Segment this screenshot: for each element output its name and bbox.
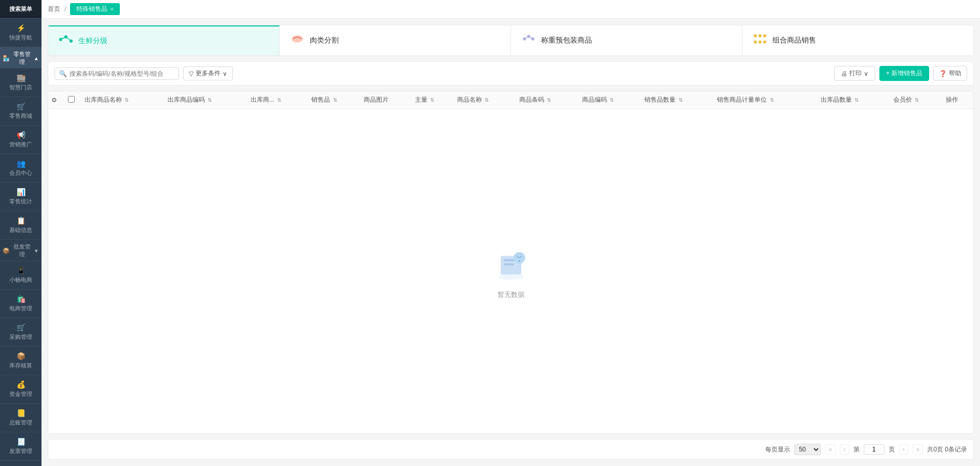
sidebar-label-invoice: 发票管理 — [9, 447, 32, 455]
empty-state: 暂无数据 — [48, 109, 973, 433]
sidebar-item-wholesale-mgmt[interactable]: 📦 批发管理 ▼ — [0, 240, 42, 261]
sidebar-label-inventory: 库存核算 — [9, 362, 32, 369]
sidebar-item-ecommerce[interactable]: 🛍️ 电商管理 — [0, 290, 42, 318]
last-page-button[interactable]: » — [913, 444, 923, 455]
sidebar-item-basic-info[interactable]: 📋 基础信息 — [0, 211, 42, 240]
col-sale-unit[interactable]: 销售商品计量单位 ⇅ — [714, 91, 817, 109]
toolbar: 🔍 ▽ 更多条件 ∨ 🖨 打印 ∨ + 新增销售品 — [48, 61, 974, 86]
total-label: 共0页 0条记录 — [927, 445, 967, 454]
filter-icon: ▽ — [189, 70, 194, 77]
col-barcode[interactable]: 商品条码 ⇅ — [516, 91, 579, 109]
table-container: ⚙ 出库商品名称 ⇅ 出库商品编码 ⇅ — [48, 91, 974, 434]
print-button[interactable]: 🖨 打印 ∨ — [834, 66, 875, 81]
sidebar-item-purchase[interactable]: 🛒 采购管理 — [0, 318, 42, 347]
quick-nav-icon: ⚡ — [17, 24, 25, 32]
new-label: + 新增销售品 — [886, 69, 922, 78]
last-page-icon: » — [916, 446, 920, 453]
sidebar-item-marketing[interactable]: 📢 营销推广 — [0, 126, 42, 154]
page-size-select[interactable]: 50 10 20 100 — [794, 444, 821, 455]
sidebar-label-smart-store: 智慧门店 — [9, 84, 32, 91]
sidebar-item-quick-nav[interactable]: ⚡ 快捷导航 — [0, 19, 42, 47]
col-member-price[interactable]: 会员价 ⇅ — [890, 91, 943, 109]
sidebar-item-retail-mgmt[interactable]: 🏪 零售管理 ▲ — [0, 47, 42, 68]
data-table: ⚙ 出库商品名称 ⇅ 出库商品编码 ⇅ — [48, 91, 973, 109]
col-out-name[interactable]: 出库商品名称 ⇅ — [81, 91, 164, 109]
sidebar-item-general-ledger[interactable]: 📒 总账管理 — [0, 404, 42, 432]
col-checkbox[interactable] — [65, 91, 81, 109]
search-input[interactable] — [70, 70, 174, 77]
sidebar-label-ecommerce: 电商管理 — [9, 305, 32, 312]
col-actions: 操作 — [943, 91, 973, 109]
prev-page-button[interactable]: ‹ — [840, 444, 849, 455]
filter-chevron-icon: ∨ — [223, 70, 227, 77]
retail-mall-icon: 🛒 — [17, 102, 25, 111]
sidebar-search[interactable]: 搜索菜单 — [0, 0, 42, 19]
sort-icon-sale-item: ⇅ — [333, 97, 337, 103]
tab-card-label-combo-sale: 组合商品销售 — [772, 36, 816, 45]
next-page-button[interactable]: › — [899, 444, 908, 455]
svg-point-15 — [758, 40, 762, 44]
active-tab-label: 特殊销售品 — [76, 5, 107, 13]
finance-icon: 💰 — [17, 380, 25, 389]
svg-point-14 — [754, 40, 757, 44]
col-sale-qty[interactable]: 销售品数量 ⇅ — [641, 91, 714, 109]
ecommerce-icon: 🛍️ — [17, 295, 25, 303]
new-button[interactable]: + 新增销售品 — [879, 66, 929, 81]
col-item-name[interactable]: 商品名称 ⇅ — [454, 91, 517, 109]
tab-card-combo-sale[interactable]: 组合商品销售 — [742, 25, 973, 56]
sidebar-item-smart-store[interactable]: 🏬 智慧门店 — [0, 68, 42, 97]
wholesale-icon: 📦 — [3, 248, 10, 254]
sort-icon-barcode: ⇅ — [547, 97, 551, 103]
sidebar-item-members[interactable]: 👥 会员中心 — [0, 154, 42, 183]
active-tab-close[interactable]: × — [110, 6, 114, 13]
breadcrumb-home[interactable]: 首页 — [48, 5, 60, 13]
tab-card-meat-cut[interactable]: 肉类分割 — [280, 25, 511, 56]
sort-icon-sale-unit: ⇅ — [770, 97, 774, 103]
tab-card-label-meat-cut: 肉类分割 — [310, 36, 339, 45]
prev-page-icon: ‹ — [844, 446, 846, 453]
svg-point-22 — [518, 260, 520, 262]
tab-card-scale-prepack[interactable]: 称重预包装商品 — [511, 25, 742, 56]
first-page-button[interactable]: « — [825, 444, 836, 455]
tab-card-fresh-grade[interactable]: 生鲜分级 — [48, 25, 280, 56]
page-input[interactable] — [864, 444, 885, 455]
sidebar-item-mini-mall[interactable]: 📱 小畅电商 — [0, 261, 42, 290]
current-page-label: 第 — [853, 445, 860, 454]
sort-icon-item-name: ⇅ — [485, 97, 489, 103]
svg-point-11 — [754, 34, 757, 37]
topbar: 首页 / 特殊销售品 × — [42, 0, 980, 19]
col-out-qty[interactable]: 出库品数量 ⇅ — [818, 91, 890, 109]
select-all-checkbox[interactable] — [68, 96, 75, 103]
sidebar-item-tax[interactable]: 📑 税务管理 — [0, 461, 42, 466]
svg-point-13 — [763, 34, 766, 37]
col-item-code[interactable]: 商品编码 ⇅ — [579, 91, 642, 109]
smart-store-icon: 🏬 — [17, 74, 25, 82]
filter-button[interactable]: ▽ 更多条件 ∨ — [183, 66, 233, 80]
col-item-img[interactable]: 商品图片 — [361, 91, 412, 109]
combo-sale-icon — [753, 33, 767, 48]
sidebar-item-finance[interactable]: 💰 资金管理 — [0, 375, 42, 404]
print-label: 打印 — [849, 69, 862, 78]
next-page-icon: › — [903, 446, 905, 453]
col-out-code[interactable]: 出库商品编码 ⇅ — [164, 91, 247, 109]
sort-icon-item-code: ⇅ — [610, 97, 614, 103]
sidebar-label-wholesale: 批发管理 — [11, 243, 32, 258]
sidebar-item-inventory[interactable]: 📦 库存核算 — [0, 347, 42, 375]
col-sale-item[interactable]: 销售品 ⇅ — [308, 91, 361, 109]
invoice-icon: 🧾 — [17, 437, 25, 446]
col-out-spec[interactable]: 出库商... ⇅ — [247, 91, 308, 109]
pagination-bar: 每页显示 50 10 20 100 « ‹ 第 页 › » 共0页 0条记录 — [48, 439, 974, 460]
current-page-suffix: 页 — [889, 445, 895, 454]
sidebar-label-marketing: 营销推广 — [9, 141, 32, 148]
sidebar-item-invoice[interactable]: 🧾 发票管理 — [0, 432, 42, 461]
col-main-weight[interactable]: 主量 ⇅ — [412, 91, 454, 109]
sidebar-item-retail-stats[interactable]: 📊 零售统计 — [0, 183, 42, 211]
help-button[interactable]: ❓ 帮助 — [933, 66, 967, 81]
content-area: 生鲜分级 肉类分割 — [42, 19, 980, 466]
sidebar-item-retail-mall[interactable]: 🛒 零售商城 — [0, 97, 42, 126]
meat-cut-icon — [290, 33, 305, 48]
svg-point-16 — [763, 40, 766, 44]
first-page-icon: « — [829, 446, 832, 453]
search-box[interactable]: 🔍 — [54, 67, 179, 80]
col-settings[interactable]: ⚙ — [48, 91, 65, 109]
